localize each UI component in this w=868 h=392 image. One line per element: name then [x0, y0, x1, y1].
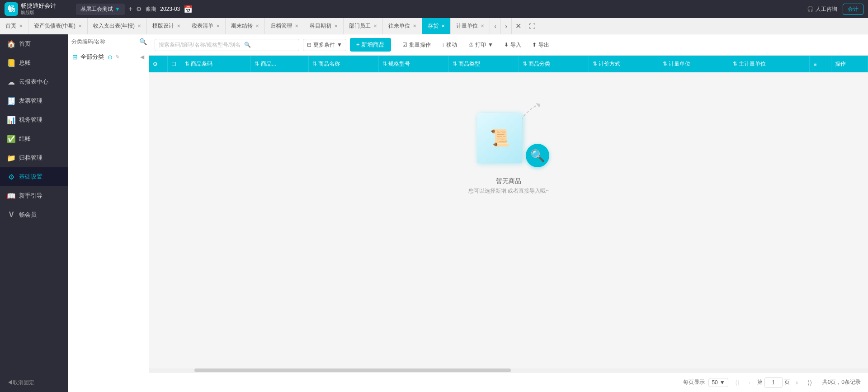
calendar-icon[interactable]: 📅	[184, 5, 193, 14]
tab-inventory-close[interactable]: ✕	[441, 24, 445, 28]
sidebar-item-settings[interactable]: ⚙ 基础设置	[0, 167, 68, 186]
horizontal-scrollbar[interactable]	[149, 368, 868, 372]
tab-income[interactable]: 收入支出表(年报) ✕	[88, 18, 147, 34]
category-collapse-icon[interactable]: ◀	[140, 54, 144, 60]
sidebar-item-guide[interactable]: 📖 新手引导	[0, 186, 68, 205]
sidebar-collapse-btn[interactable]: ◀取消固定	[0, 373, 68, 392]
export-btn[interactable]: ⬆ 导出	[528, 39, 553, 51]
scrollbar-thumb[interactable]	[194, 368, 511, 372]
doc-scroll-icon: 📜	[490, 128, 510, 147]
th-unit-label: 计量单位	[669, 61, 690, 67]
tab-balance-sheet-close[interactable]: ✕	[78, 24, 82, 28]
sidebar-item-reports[interactable]: ☁ 云报表中心	[0, 72, 68, 91]
category-search-icon[interactable]: 🔍	[139, 38, 147, 45]
import-btn[interactable]: ⬇ 导入	[500, 39, 525, 51]
th-name[interactable]: ⇅ 商品名称	[308, 56, 378, 72]
tab-archive-close[interactable]: ✕	[295, 24, 298, 28]
workspace-name: 基层工会测试	[80, 5, 113, 13]
tab-prev-btn[interactable]: ‹	[490, 18, 501, 34]
th-spec[interactable]: ⇅ 规格型号	[378, 56, 448, 72]
add-workspace-icon[interactable]: +	[128, 5, 132, 13]
tab-contacts-close[interactable]: ✕	[413, 24, 416, 28]
app-name-block: 畅捷通好会计 旗舰版	[21, 2, 56, 16]
tab-homepage[interactable]: 首页 ✕	[0, 18, 28, 34]
th-main-unit[interactable]: ⇅ 主计量单位	[729, 56, 810, 72]
kuaiji-button[interactable]: 会计	[843, 4, 863, 15]
app-logo: 畅	[5, 2, 18, 16]
th-unit[interactable]: ⇅ 计量单位	[659, 56, 729, 72]
empty-state: 📜 🔍 暂无商品 您可以选择新增,或者直接导入哦~	[149, 72, 868, 213]
tab-income-close[interactable]: ✕	[137, 24, 141, 28]
category-panel: 🔍 ⊞ 全部分类 ⊙ ✎ ◀	[68, 34, 149, 392]
sidebar-item-archive[interactable]: 📁 归档管理	[0, 148, 68, 167]
tab-template-close[interactable]: ✕	[177, 24, 180, 28]
th-check[interactable]: ☐	[167, 56, 181, 72]
tab-tax-list-close[interactable]: ✕	[216, 24, 220, 28]
logo-area: 畅 畅捷通好会计 旗舰版	[5, 2, 72, 16]
headphone-icon: 🎧	[807, 6, 814, 12]
tab-dept[interactable]: 部门员工 ✕	[344, 18, 383, 34]
search-filter-box[interactable]: 搜索条码/编码/名称/规格型号/别名 🔍	[155, 39, 299, 51]
th-extra[interactable]: ≡	[810, 56, 831, 72]
tab-inventory[interactable]: 存货 ✕	[422, 18, 451, 34]
move-btn[interactable]: ↕ 移动	[438, 39, 461, 51]
more-filter-btn[interactable]: ⊟ 更多条件 ▼	[303, 39, 346, 51]
table-scroll[interactable]: ⚙ ☐ ⇅ 商品条码 ⇅ 商品... ⇅ 商品名称	[149, 56, 868, 368]
tab-period-carry-close[interactable]: ✕	[255, 24, 259, 28]
tab-unit[interactable]: 计量单位 ✕	[451, 18, 490, 34]
app-name: 畅捷通好会计	[21, 2, 56, 9]
th-type[interactable]: ⇅ 商品类型	[448, 56, 519, 72]
add-product-button[interactable]: + 新增商品	[350, 38, 391, 52]
category-all[interactable]: ⊞ 全部分类 ⊙ ✎ ◀	[68, 49, 149, 65]
page-last-btn[interactable]: ⟩⟩	[804, 377, 815, 388]
category-search-input[interactable]	[71, 38, 139, 45]
period-label: 账期	[146, 5, 156, 13]
per-page-arrow: ▼	[720, 379, 725, 386]
print-btn[interactable]: 🖨 打印 ▼	[464, 39, 497, 51]
sidebar-item-homepage[interactable]: 🏠 首页	[0, 34, 68, 53]
tab-period-carry[interactable]: 期末结转 ✕	[226, 18, 265, 34]
category-edit-icon[interactable]: ✎	[115, 54, 120, 60]
th-category[interactable]: ⇅ 商品分类	[519, 56, 589, 72]
tab-balance-sheet-label: 资产负债表(中期)	[34, 22, 75, 30]
page-first-btn[interactable]: ⟨⟨	[732, 377, 743, 388]
period-value: 2023-03	[160, 6, 180, 12]
th-settings[interactable]: ⚙	[149, 56, 167, 72]
empty-illustration: 📜 🔍	[463, 99, 554, 172]
sidebar-item-invoice[interactable]: 🧾 发票管理	[0, 91, 68, 110]
tab-unit-close[interactable]: ✕	[481, 24, 484, 28]
tab-balance-sheet[interactable]: 资产负债表(中期) ✕	[28, 18, 88, 34]
tab-contacts[interactable]: 往来单位 ✕	[383, 18, 422, 34]
app-sub: 旗舰版	[21, 9, 56, 16]
tab-subject[interactable]: 科目期初 ✕	[304, 18, 344, 34]
workspace-selector[interactable]: 基层工会测试 ▼	[76, 4, 125, 15]
tab-close-all-btn[interactable]: ✕	[512, 18, 525, 34]
tab-homepage-close[interactable]: ✕	[19, 24, 23, 28]
batch-op-btn[interactable]: ☑ 批量操作	[399, 39, 434, 51]
tab-next-btn[interactable]: ›	[501, 18, 512, 34]
tab-dept-close[interactable]: ✕	[373, 24, 377, 28]
sidebar-item-member[interactable]: V 畅会员	[0, 205, 68, 224]
tab-subject-close[interactable]: ✕	[334, 24, 338, 28]
export-label: 导出	[538, 41, 549, 49]
th-barcode[interactable]: ⇅ 商品条码	[181, 56, 251, 72]
top-right-actions: 🎧 人工咨询 会计	[807, 4, 863, 15]
sidebar-item-ledger[interactable]: 📒 总账	[0, 53, 68, 72]
sidebar-item-checkout[interactable]: ✅ 结账	[0, 129, 68, 148]
page-number-input[interactable]	[764, 377, 783, 388]
tab-archive[interactable]: 归档管理 ✕	[265, 18, 304, 34]
tab-tax-list[interactable]: 税表清单 ✕	[186, 18, 226, 34]
tab-template[interactable]: 模版设计 ✕	[147, 18, 186, 34]
sidebar-item-tax[interactable]: 📊 税务管理	[0, 110, 68, 129]
page-next-btn[interactable]: ›	[792, 377, 802, 388]
tab-expand-btn[interactable]: ⛶	[525, 18, 539, 34]
th-price-method[interactable]: ⇅ 计价方式	[589, 56, 659, 72]
per-page-select[interactable]: 50 ▼	[708, 378, 728, 387]
checkout-icon: ✅	[7, 135, 15, 143]
category-label: 全部分类	[80, 53, 104, 61]
category-check-icon: ⊞	[72, 53, 78, 61]
service-button[interactable]: 🎧 人工咨询	[807, 5, 837, 13]
settings-icon[interactable]: ⚙	[136, 5, 142, 13]
th-code[interactable]: ⇅ 商品...	[251, 56, 308, 72]
page-prev-btn[interactable]: ‹	[745, 377, 755, 388]
